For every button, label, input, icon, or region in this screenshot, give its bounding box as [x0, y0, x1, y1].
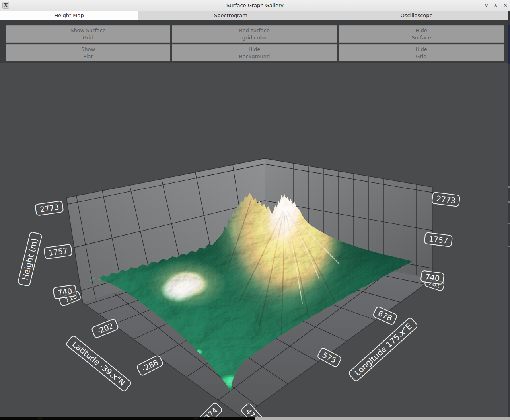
show-surface-grid-button[interactable]: Show Surface Grid [6, 25, 170, 43]
window-controls: ∨ ∧ ✕ [485, 0, 508, 11]
right-edge-desktop-sliver [508, 11, 510, 417]
bottom-sliver-dark [0, 417, 255, 420]
show-flat-button[interactable]: Show Flat [6, 44, 170, 61]
window-title: Surface Graph Gallery [0, 0, 510, 11]
background-window-fragment [508, 25, 510, 64]
app-window: X Surface Graph Gallery ∨ ∧ ✕ Height Map… [0, 0, 510, 420]
toolbar: Show Surface Grid Red surface grid color… [0, 20, 510, 63]
tab-spectrogram[interactable]: Spectrogram [138, 11, 323, 20]
bottom-edge-desktop-sliver [0, 417, 510, 420]
hide-grid-button[interactable]: Hide Grid [339, 44, 504, 61]
red-surface-grid-color-button[interactable]: Red surface grid color [172, 25, 337, 43]
surface-3d-viewport[interactable]: Height (m) 2773 1757 -116 740 2773 1757 … [0, 63, 510, 417]
title-bar[interactable]: X Surface Graph Gallery ∨ ∧ ✕ [0, 0, 510, 11]
minimize-icon[interactable]: ∨ [485, 0, 489, 11]
tab-bar: Height Map Spectrogram Oscilloscope [0, 11, 510, 20]
bottom-sliver-light [255, 417, 510, 420]
tab-height-map[interactable]: Height Map [0, 11, 138, 20]
maximize-icon[interactable]: ∧ [494, 0, 498, 11]
hide-background-button[interactable]: Hide Background [172, 44, 337, 61]
tab-oscilloscope[interactable]: Oscilloscope [323, 11, 510, 20]
close-icon[interactable]: ✕ [503, 0, 508, 11]
hide-surface-button[interactable]: Hide Surface [339, 25, 504, 43]
